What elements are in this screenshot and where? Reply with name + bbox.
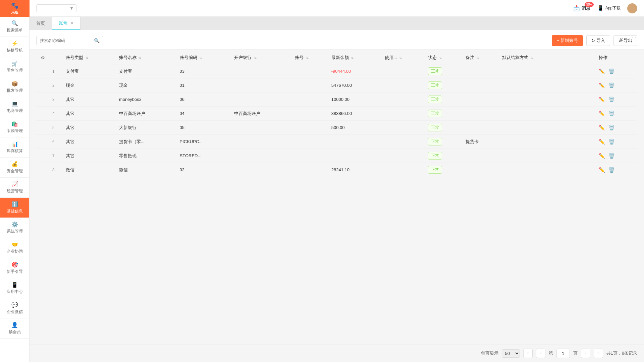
tab-home-label: 首页 (36, 20, 45, 26)
row-bank (231, 163, 292, 177)
sidebar-item-finance[interactable]: 💰 资金管理 (0, 158, 29, 178)
sidebar-item-sys[interactable]: ⚙️ 系统管理 (0, 218, 29, 238)
row-name: 零售抵现 (116, 149, 177, 163)
message-button[interactable]: 📩 消息 99+ (573, 5, 590, 11)
row-type: 其它 (63, 121, 116, 135)
top-search-box[interactable]: ▼ (36, 4, 76, 12)
th-bank[interactable]: 开户银行 ⇅ (231, 51, 292, 64)
row-default-settlement (499, 78, 596, 93)
sidebar-item-purchase[interactable]: 🛍️ 采购管理 (0, 117, 29, 137)
sidebar-item-label: 电商管理 (7, 108, 23, 113)
row-remark (463, 64, 499, 78)
tab-home[interactable]: 首页 (30, 17, 52, 30)
row-balance: 547670.00 (329, 78, 382, 93)
sidebar-item-ecommerce[interactable]: 💻 电商管理 (0, 97, 29, 117)
page-number-input[interactable] (556, 349, 570, 358)
edit-icon[interactable]: ✏️ (599, 82, 605, 88)
page-expand-button[interactable]: ⛶ (629, 34, 639, 44)
sidebar-item-guide[interactable]: 🎯 新手引导 (0, 258, 29, 278)
row-num: 1 (50, 64, 63, 78)
th-default-settlement[interactable]: 默认结算方式 ⇅ (499, 51, 596, 64)
row-balance: 383866.00 (329, 107, 382, 121)
table-row: 6 其它 提货卡（零... PICKUPC... 正常 提货卡 ✏️ 🗑️ (36, 135, 637, 149)
edit-icon[interactable]: ✏️ (599, 68, 605, 74)
row-code: 04 (177, 107, 232, 121)
import-button[interactable]: ↻ 导入 (586, 35, 610, 46)
row-checkbox-cell (36, 107, 50, 121)
sidebar: 🐾 乐版 🔍 搜索菜单 ⚡ 快捷导航 🛒 零售管理 📦 批发管理 💻 电商管理 … (0, 0, 30, 362)
last-page-button[interactable]: » (594, 349, 603, 358)
tab-account[interactable]: 账号 ✕ (52, 17, 80, 30)
row-account (292, 149, 329, 163)
tab-close-icon[interactable]: ✕ (70, 21, 73, 25)
account-search-box[interactable]: 🔍 (36, 36, 103, 45)
sidebar-item-search[interactable]: 🔍 搜索菜单 (0, 17, 29, 37)
row-remark: 提货卡 (463, 135, 499, 149)
th-type[interactable]: 账号类型 ⇅ (63, 51, 116, 64)
total-records-label: 共1页，8条记录 (606, 350, 637, 356)
sidebar-item-enterprise[interactable]: 🤝 企业协同 (0, 238, 29, 258)
row-account (292, 107, 329, 121)
th-balance[interactable]: 最新余额 ⇅ (329, 51, 382, 64)
delete-icon[interactable]: 🗑️ (608, 97, 615, 103)
delete-icon[interactable]: 🗑️ (608, 153, 615, 159)
sidebar-item-quick-nav[interactable]: ⚡ 快捷导航 (0, 37, 29, 57)
th-name[interactable]: 账号名称 ⇅ (116, 51, 177, 64)
delete-icon[interactable]: 🗑️ (608, 68, 615, 74)
th-code[interactable]: 账号编码 ⇅ (177, 51, 232, 64)
top-search-input[interactable] (39, 6, 69, 11)
th-status[interactable]: 状态 ⇅ (425, 51, 463, 64)
next-page-button[interactable]: › (581, 349, 590, 358)
sidebar-item-ops[interactable]: 📈 经营管理 (0, 178, 29, 198)
account-search-icon[interactable]: 🔍 (94, 38, 100, 43)
top-search-dropdown-icon[interactable]: ▼ (69, 6, 74, 11)
row-default-settlement (499, 107, 596, 121)
th-settings[interactable]: ⚙ (36, 51, 50, 64)
sidebar-item-wholesale[interactable]: 📦 批发管理 (0, 77, 29, 97)
row-usage (382, 149, 426, 163)
page-close-button[interactable]: ✕ (616, 34, 626, 44)
accounts-table-wrapper: ⚙ 账号类型 ⇅ 账号名称 ⇅ 账号编码 ⇅ (30, 50, 644, 344)
sort-status-icon: ⇅ (439, 56, 442, 60)
th-remark[interactable]: 备注 ⇅ (463, 51, 499, 64)
sidebar-item-label: 零售管理 (7, 68, 23, 73)
page-size-select[interactable]: 50 100 200 (502, 349, 520, 358)
account-search-input[interactable] (40, 38, 92, 43)
sidebar-item-wechat[interactable]: 💬 企业微信 (0, 298, 29, 318)
prev-page-button[interactable]: ‹ (536, 349, 545, 358)
sidebar-item-retail[interactable]: 🛒 零售管理 (0, 57, 29, 77)
sort-remark-icon: ⇅ (476, 56, 479, 60)
row-status: 正常 (425, 163, 463, 177)
first-page-button[interactable]: « (523, 349, 533, 358)
row-remark (463, 107, 499, 121)
delete-icon[interactable]: 🗑️ (608, 82, 615, 88)
th-usage[interactable]: 使用... ⇅ (382, 51, 426, 64)
tab-account-label: 账号 (59, 20, 67, 26)
row-usage (382, 121, 426, 135)
edit-icon[interactable]: ✏️ (599, 125, 605, 131)
pagination: 每页显示 50 100 200 « ‹ 第 页 › » 共1页，8条记录 (30, 344, 644, 362)
sidebar-item-inventory[interactable]: 📊 库存核算 (0, 137, 29, 158)
add-account-button[interactable]: + 新增账号 (552, 35, 583, 46)
user-avatar[interactable] (627, 3, 637, 13)
edit-icon[interactable]: ✏️ (599, 167, 605, 173)
row-actions: ✏️ 🗑️ (596, 78, 637, 93)
sidebar-item-member[interactable]: 👤 畅会员 (0, 318, 29, 339)
edit-icon[interactable]: ✏️ (599, 153, 605, 159)
sidebar-item-basic-info[interactable]: ℹ️ 基础信息 (0, 198, 29, 218)
delete-icon[interactable]: 🗑️ (608, 167, 615, 173)
edit-icon[interactable]: ✏️ (599, 139, 605, 145)
table-row: 8 微信 微信 02 28241.10 正常 ✏️ 🗑️ (36, 163, 637, 177)
th-account[interactable]: 账号 ⇅ (292, 51, 329, 64)
delete-icon[interactable]: 🗑️ (608, 111, 615, 117)
app-download-button[interactable]: 📱 App下载 (597, 5, 621, 11)
edit-icon[interactable]: ✏️ (599, 111, 605, 117)
edit-icon[interactable]: ✏️ (599, 97, 605, 103)
sidebar-item-app-center[interactable]: 📱 应用中心 (0, 278, 29, 298)
row-status: 正常 (425, 93, 463, 107)
delete-icon[interactable]: 🗑️ (608, 139, 615, 145)
row-balance: -90444.00 (329, 64, 382, 78)
delete-icon[interactable]: 🗑️ (608, 125, 615, 131)
row-actions: ✏️ 🗑️ (596, 93, 637, 107)
row-account (292, 163, 329, 177)
